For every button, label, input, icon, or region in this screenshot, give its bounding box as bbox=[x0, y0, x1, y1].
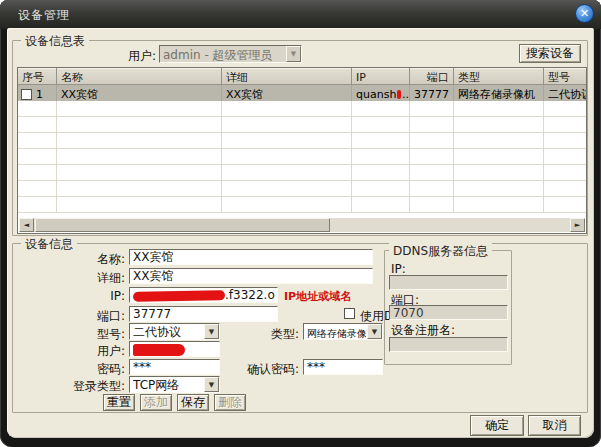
table-row[interactable]: 1 XX宾馆 XX宾馆 quansh.. 37777 网络存储录像机 二代协议 bbox=[18, 85, 587, 101]
name-label: 名称: bbox=[45, 251, 125, 268]
model-dropdown[interactable]: 二代协议 ▼ bbox=[129, 323, 220, 340]
ddns-server-group: DDNS服务器信息 IP: 端口: 7070 设备注册名: bbox=[384, 250, 512, 365]
dialog-body: 设备信息表 用户: admin - 超级管理员 ▼ 搜索设备 序号 名称 详细 … bbox=[7, 28, 594, 438]
confirm-password-label: 确认密码: bbox=[219, 361, 299, 378]
user-dropdown[interactable]: admin - 超级管理员 ▼ bbox=[159, 45, 302, 63]
empty-row bbox=[18, 117, 587, 133]
search-device-button[interactable]: 搜索设备 bbox=[519, 44, 581, 63]
column-header-detail[interactable]: 详细 bbox=[222, 68, 352, 85]
device-table: 序号 名称 详细 IP 端口 类型 型号 1 XX宾馆 XX宾馆 bbox=[17, 67, 587, 234]
chevron-down-icon[interactable]: ▼ bbox=[204, 324, 219, 339]
ip-label: IP: bbox=[45, 289, 125, 303]
use-ddns-checkbox[interactable] bbox=[344, 308, 355, 319]
column-header-no[interactable]: 序号 bbox=[18, 68, 57, 85]
type-label: 类型: bbox=[219, 326, 299, 343]
table-header-row: 序号 名称 详细 IP 端口 类型 型号 bbox=[18, 68, 587, 85]
login-user-field[interactable] bbox=[129, 341, 220, 357]
row-ip: quansh.. bbox=[352, 85, 410, 101]
column-header-ip[interactable]: IP bbox=[352, 68, 410, 85]
name-field[interactable]: XX宾馆 bbox=[129, 249, 373, 265]
redaction-mark bbox=[133, 290, 225, 302]
password-field[interactable]: *** bbox=[129, 359, 220, 375]
row-detail: XX宾馆 bbox=[222, 85, 352, 101]
column-header-model[interactable]: 型号 bbox=[544, 68, 587, 85]
row-no-cell: 1 bbox=[18, 85, 57, 101]
ddns-group-label: DDNS服务器信息 bbox=[389, 243, 492, 260]
row-name: XX宾馆 bbox=[57, 85, 222, 101]
column-header-port[interactable]: 端口 bbox=[410, 68, 454, 85]
type-dropdown[interactable]: 网络存储录像机 ▼ bbox=[303, 323, 383, 340]
scrollbar-thumb[interactable] bbox=[35, 218, 330, 232]
row-checkbox[interactable] bbox=[21, 89, 32, 100]
ddns-register-name-field[interactable] bbox=[389, 337, 508, 352]
redaction-mark bbox=[397, 90, 401, 99]
window-title: 设备管理 bbox=[18, 7, 70, 24]
chevron-down-icon[interactable]: ▼ bbox=[204, 377, 219, 392]
row-model: 二代协议 bbox=[544, 85, 587, 101]
ip-hint-annotation: IP地址或域名 bbox=[284, 289, 351, 304]
login-type-dropdown[interactable]: TCP网络 ▼ bbox=[129, 376, 220, 393]
login-type-label: 登录类型: bbox=[45, 378, 125, 395]
cancel-button[interactable]: 取消 bbox=[528, 415, 581, 436]
detail-label: 详细: bbox=[45, 270, 125, 287]
model-label: 型号: bbox=[45, 326, 125, 343]
scroll-left-icon[interactable]: ◄ bbox=[19, 218, 34, 232]
empty-row bbox=[18, 165, 587, 181]
empty-row bbox=[18, 133, 587, 149]
detail-field[interactable]: XX宾馆 bbox=[129, 268, 373, 284]
confirm-password-field[interactable]: *** bbox=[303, 359, 383, 375]
ok-button[interactable]: 确定 bbox=[470, 415, 524, 436]
column-header-name[interactable]: 名称 bbox=[57, 68, 222, 85]
chevron-down-icon[interactable]: ▼ bbox=[367, 324, 382, 339]
empty-row bbox=[18, 149, 587, 165]
empty-row bbox=[18, 181, 587, 197]
ddns-ip-field[interactable] bbox=[389, 275, 508, 290]
column-header-type[interactable]: 类型 bbox=[454, 68, 544, 85]
titlebar[interactable]: 设备管理 ✕ bbox=[0, 0, 601, 29]
row-type: 网络存储录像机 bbox=[454, 85, 544, 101]
user-dropdown-value: admin - 超级管理员 bbox=[163, 48, 285, 62]
chevron-down-icon[interactable]: ▼ bbox=[286, 46, 301, 62]
type-dropdown-value: 网络存储录像机 bbox=[307, 327, 366, 340]
scroll-right-icon[interactable]: ► bbox=[570, 218, 585, 232]
port-field[interactable]: 37777 bbox=[129, 306, 278, 322]
reset-button[interactable]: 重置 bbox=[103, 394, 135, 411]
close-button[interactable]: ✕ bbox=[575, 4, 594, 23]
ddns-ip-label: IP: bbox=[391, 262, 406, 276]
device-list-group: 设备信息表 用户: admin - 超级管理员 ▼ 搜索设备 序号 名称 详细 … bbox=[12, 40, 588, 236]
horizontal-scrollbar[interactable]: ◄ ► bbox=[19, 218, 585, 232]
empty-row bbox=[18, 101, 587, 117]
login-type-value: TCP网络 bbox=[133, 378, 203, 392]
redaction-mark bbox=[133, 344, 185, 356]
delete-button[interactable]: 删除 bbox=[214, 394, 246, 411]
device-manager-window: 设备管理 ✕ 设备信息表 用户: admin - 超级管理员 ▼ 搜索设备 序号… bbox=[0, 0, 601, 447]
model-dropdown-value: 二代协议 bbox=[133, 325, 203, 339]
row-no: 1 bbox=[36, 88, 43, 101]
user-label: 用户: bbox=[76, 48, 156, 65]
ddns-port-field[interactable]: 7070 bbox=[389, 305, 508, 320]
empty-row bbox=[18, 197, 587, 213]
ip-field[interactable]: .f3322.o bbox=[129, 287, 278, 303]
login-user-label: 用户: bbox=[45, 343, 125, 360]
close-icon: ✕ bbox=[580, 7, 589, 20]
port-label: 端口: bbox=[45, 308, 125, 325]
password-label: 密码: bbox=[45, 361, 125, 378]
save-button[interactable]: 保存 bbox=[177, 394, 209, 411]
row-port: 37777 bbox=[410, 85, 454, 101]
add-button[interactable]: 添加 bbox=[140, 394, 172, 411]
